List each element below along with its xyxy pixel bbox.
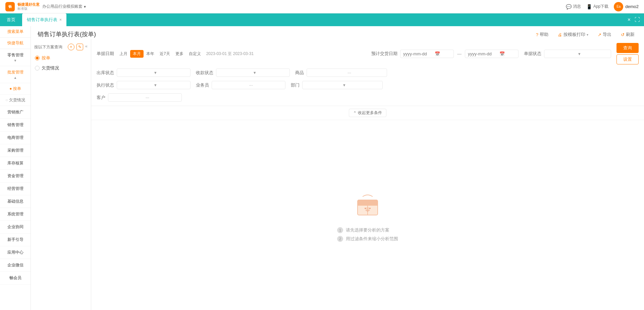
collapse-bar: ⌃ 收起更多条件 — [91, 106, 644, 120]
sidebar-item-operations[interactable]: 经营管理 — [0, 183, 31, 195]
message-btn[interactable]: 💬 消息 — [566, 4, 581, 9]
left-panel-header: 按以下方案查询 + ✎ « — [31, 42, 91, 53]
customer-dots-icon[interactable]: ··· — [146, 95, 179, 100]
sidebar-quick-nav[interactable]: 快捷导航 — [0, 38, 31, 49]
filter-row-1: 单据日期 上月 本月 本年 近7天 更多 自定义 2023-03-01 至 20… — [97, 43, 639, 64]
query-btn[interactable]: 查询 — [616, 43, 639, 53]
outbound-select[interactable]: ▾ — [117, 68, 191, 77]
user-info[interactable]: Ea demo2 — [614, 2, 639, 11]
main-layout: 搜索菜单 快捷导航 零售管理 ▼ 批发管理 ▲ ● 按单 ○ 欠货情况 营销推广… — [0, 26, 644, 310]
refresh-icon: ↺ — [621, 32, 625, 37]
sidebar-sub-arrears[interactable]: ○ 欠货情况 — [0, 95, 31, 106]
sidebar-sub-orders[interactable]: ● 按单 — [0, 83, 31, 95]
tab-close-btn[interactable]: × — [59, 17, 62, 22]
dept-label: 部门 — [291, 82, 300, 88]
app-logo: 畅 — [5, 2, 15, 11]
date-dash: — — [457, 51, 462, 56]
filter-section: 单据日期 上月 本月 本年 近7天 更多 自定义 2023-03-01 至 20… — [91, 39, 644, 106]
window-close-btn[interactable]: × — [626, 15, 632, 24]
date-btn-last7[interactable]: 近7天 — [157, 50, 173, 58]
sidebar-item-enterprise[interactable]: 企业协同 — [0, 221, 31, 234]
print-arrow-icon: ▾ — [587, 33, 588, 37]
status-select[interactable]: ▾ — [544, 50, 611, 58]
collection-select[interactable]: ▾ — [216, 68, 290, 77]
date-btn-this-month[interactable]: 本月 — [130, 50, 144, 58]
add-scheme-btn[interactable]: + — [68, 44, 74, 50]
scheme-item-orders[interactable]: 按单 — [31, 53, 91, 63]
date-btn-last-month[interactable]: 上月 — [117, 50, 130, 58]
cal-to-icon[interactable]: 📅 — [499, 51, 505, 56]
salesperson-select[interactable]: ··· — [212, 81, 285, 89]
dept-select[interactable]: ▾ — [302, 81, 383, 89]
goods-item: 商品 ··· — [295, 68, 387, 77]
message-icon: 💬 — [566, 4, 572, 9]
sidebar-item-wechat[interactable]: 企业微信 — [0, 259, 31, 272]
sidebar-search[interactable]: 搜索菜单 — [0, 26, 31, 38]
customer-item: 客户 ··· — [97, 93, 182, 102]
date-btn-this-year[interactable]: 本年 — [144, 50, 157, 58]
execute-arrow-icon: ▾ — [154, 83, 187, 88]
print-icon: 🖨 — [558, 32, 562, 37]
sidebar-item-newbie[interactable]: 新手引导 — [0, 234, 31, 246]
sidebar-item-system[interactable]: 系统管理 — [0, 208, 31, 221]
export-btn[interactable]: ↗ 导出 — [595, 30, 614, 39]
left-panel-label: 按以下方案查询 — [34, 44, 62, 50]
window-maximize-btn[interactable]: ⛶ — [633, 15, 641, 24]
tab-active[interactable]: 销售订单执行表 × — [22, 13, 66, 26]
date-filter-group: 上月 本月 本年 近7天 更多 自定义 — [117, 50, 204, 58]
date-label: 单据日期 — [97, 51, 114, 57]
scheme-item-arrears[interactable]: 欠货情况 — [31, 63, 91, 73]
customer-select[interactable]: ··· — [108, 93, 182, 102]
salesperson-dots-icon[interactable]: ··· — [249, 83, 282, 88]
sidebar-item-purchase[interactable]: 采购管理 — [0, 144, 31, 157]
date-btn-custom[interactable]: 自定义 — [186, 50, 204, 58]
date-to-input[interactable] — [468, 51, 498, 56]
sidebar-item-sales[interactable]: 销售管理 — [0, 119, 31, 132]
sidebar-item-basic[interactable]: 基础信息 — [0, 195, 31, 208]
date-to-input-wrapper: 📅 — [465, 50, 519, 58]
sidebar-item-inventory[interactable]: 库存核算 — [0, 157, 31, 170]
refresh-btn[interactable]: ↺ 刷新 — [618, 30, 637, 39]
expected-date-label: 预计交货日期 — [371, 51, 397, 57]
tab-bar: 首页 销售订单执行表 × × ⛶ — [0, 13, 644, 26]
collapse-panel-btn[interactable]: « — [85, 44, 88, 50]
sidebar-item-retail[interactable]: 零售管理 ▼ — [0, 49, 31, 66]
sidebar-item-finance[interactable]: 资金管理 — [0, 170, 31, 183]
settings-btn[interactable]: 设置 — [616, 54, 639, 64]
sidebar-item-wholesale[interactable]: 批发管理 ▲ — [0, 66, 31, 83]
filter-row-2: 出库状态 ▾ 收款状态 ▾ — [97, 68, 639, 77]
sidebar-item-marketing[interactable]: 营销推广 — [0, 106, 31, 119]
sidebar-item-ecommerce[interactable]: 电商管理 — [0, 132, 31, 144]
outbound-arrow-icon: ▾ — [154, 70, 187, 75]
left-panel-actions: + ✎ « — [68, 44, 88, 50]
date-btn-more[interactable]: 更多 — [173, 50, 186, 58]
outbound-label: 出库状态 — [97, 70, 114, 76]
sidebar-item-member[interactable]: 畅会员 — [0, 272, 31, 285]
page-header: 销售订单执行表(按单) ? 帮助 🖨 按模板打印 ▾ ↗ 导出 ↺ 刷新 — [31, 26, 644, 39]
page-header-actions: ? 帮助 🖨 按模板打印 ▾ ↗ 导出 ↺ 刷新 — [533, 30, 637, 39]
empty-tips: 1 请先选择要分析的方案 2 用过滤条件来缩小分析范围 — [337, 227, 398, 242]
goods-dots-icon[interactable]: ··· — [347, 70, 384, 75]
edit-scheme-btn[interactable]: ✎ — [76, 44, 83, 50]
orders-dot: ● — [9, 86, 12, 91]
collapse-more-btn[interactable]: ⌃ 收起更多条件 — [349, 109, 386, 117]
arrears-dot: ○ — [5, 98, 8, 102]
tab-home[interactable]: 首页 — [0, 13, 22, 26]
sidebar-item-appstore[interactable]: 应用中心 — [0, 246, 31, 259]
sidebar: 搜索菜单 快捷导航 零售管理 ▼ 批发管理 ▲ ● 按单 ○ 欠货情况 营销推广… — [0, 26, 31, 310]
salesperson-label: 业务员 — [196, 82, 209, 88]
collapse-up-icon: ⌃ — [353, 111, 357, 115]
date-from-input[interactable] — [403, 51, 433, 56]
svg-point-6 — [369, 208, 371, 209]
cal-from-icon[interactable]: 📅 — [435, 51, 440, 56]
page-title: 销售订单执行表(按单) — [38, 30, 96, 38]
collection-arrow-icon: ▾ — [254, 70, 287, 75]
execute-label: 执行状态 — [97, 82, 114, 88]
download-btn[interactable]: 📱 App下载 — [586, 4, 608, 9]
goods-select[interactable]: ··· — [307, 68, 387, 77]
filter-row-4: 客户 ··· — [97, 93, 639, 102]
print-btn[interactable]: 🖨 按模板打印 ▾ — [555, 30, 591, 39]
tip-num-2: 2 — [337, 236, 343, 242]
help-btn[interactable]: ? 帮助 — [533, 30, 551, 39]
execute-select[interactable]: ▾ — [117, 81, 191, 89]
